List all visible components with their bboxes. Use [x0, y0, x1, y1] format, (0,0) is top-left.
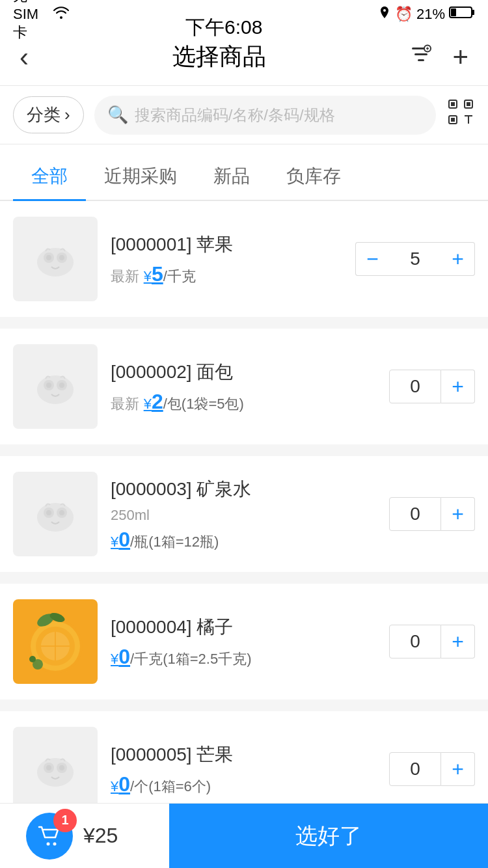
search-placeholder: 搜索商品编码/名称/条码/规格	[135, 105, 335, 126]
cart-total: ¥25	[83, 824, 118, 848]
svg-point-58	[53, 842, 57, 845]
sim-status: 无 SIM 卡	[13, 0, 47, 42]
product-list: [0000001] 苹果 最新 ¥5/千克 − +	[0, 201, 488, 868]
product-info-0000002: [0000002] 面包 最新 ¥2/包(1袋=5包)	[111, 360, 376, 414]
battery-percent: 21%	[416, 6, 445, 23]
filter-icon[interactable]	[409, 43, 433, 72]
product-info-0000003: [0000003] 矿泉水 250ml ¥0/瓶(1箱=12瓶)	[111, 477, 376, 552]
status-bar: 无 SIM 卡 下午6:08 ⏰ 21%	[0, 0, 488, 29]
product-image-0000004	[13, 599, 98, 684]
product-item-0000002: [0000002] 面包 最新 ¥2/包(1袋=5包) +	[0, 329, 488, 444]
product-image-0000001	[13, 217, 98, 301]
tab-bar: 全部 近期采购 新品 负库存	[0, 144, 488, 201]
product-item-0000001: [0000001] 苹果 最新 ¥5/千克 − +	[0, 201, 488, 317]
product-spec: 250ml	[111, 507, 376, 524]
svg-point-57	[47, 842, 50, 845]
svg-point-27	[37, 503, 74, 532]
product-item-0000004: [0000004] 橘子 ¥0/千克(1箱=2.5千克) +	[0, 584, 488, 699]
product-name: [0000002] 面包	[111, 360, 376, 385]
product-price: ¥0/个(1箱=6个)	[111, 772, 376, 796]
svg-rect-12	[451, 102, 455, 106]
product-info-0000005: [0000005] 芒果 ¥0/个(1箱=6个)	[111, 742, 376, 796]
location-icon	[378, 5, 391, 23]
svg-point-25	[46, 383, 51, 388]
svg-point-22	[37, 375, 74, 404]
search-box[interactable]: 🔍 搜索商品编码/名称/条码/规格	[94, 96, 436, 135]
qty-plus-button[interactable]: +	[441, 370, 475, 403]
product-price: ¥0/瓶(1箱=12瓶)	[111, 528, 376, 552]
svg-rect-5	[418, 59, 424, 61]
alarm-icon: ⏰	[395, 6, 413, 23]
qty-control-0000004: +	[389, 625, 475, 658]
svg-point-42	[37, 758, 74, 787]
qty-control-0000001: − +	[355, 242, 475, 276]
qty-control-0000002: +	[389, 370, 475, 403]
svg-rect-4	[414, 53, 427, 55]
svg-point-45	[46, 765, 51, 770]
product-image-0000003	[13, 472, 98, 556]
category-label: 分类	[27, 103, 61, 126]
product-image-0000002	[13, 344, 98, 429]
tab-negative[interactable]: 负库存	[268, 157, 359, 201]
confirm-button[interactable]: 选好了	[169, 804, 488, 868]
tab-all[interactable]: 全部	[13, 157, 86, 201]
wifi-icon	[52, 6, 70, 23]
cart-count: 1	[53, 809, 77, 832]
svg-point-20	[46, 255, 51, 260]
tab-recent[interactable]: 近期采购	[86, 157, 195, 201]
qty-input[interactable]	[389, 752, 441, 786]
svg-point-41	[29, 656, 36, 662]
qty-control-0000003: +	[389, 497, 475, 531]
product-name: [0000001] 苹果	[111, 232, 342, 257]
product-name: [0000005] 芒果	[111, 742, 376, 767]
category-button[interactable]: 分类 ›	[13, 96, 84, 133]
cart-icon[interactable]: 1	[26, 813, 73, 860]
qty-input[interactable]	[389, 625, 441, 658]
cart-area: 1 ¥25	[0, 813, 169, 860]
qty-plus-button[interactable]: +	[441, 497, 475, 531]
qty-plus-button[interactable]: +	[441, 752, 475, 786]
product-price: ¥0/千克(1箱=2.5千克)	[111, 645, 376, 669]
qty-input[interactable]	[389, 242, 441, 276]
product-name: [0000003] 矿泉水	[111, 477, 376, 502]
status-left: 无 SIM 卡	[13, 0, 70, 42]
qty-control-0000005: +	[389, 752, 475, 786]
svg-point-30	[46, 510, 51, 515]
product-item-0000003: [0000003] 矿泉水 250ml ¥0/瓶(1箱=12瓶) +	[0, 456, 488, 572]
status-time: 下午6:08	[185, 14, 262, 41]
svg-rect-1	[472, 10, 474, 15]
product-name: [0000004] 橘子	[111, 615, 376, 640]
qty-input[interactable]	[389, 370, 441, 403]
product-image-0000005	[13, 727, 98, 811]
qty-minus-button[interactable]: −	[355, 242, 389, 276]
qty-input[interactable]	[389, 497, 441, 531]
svg-rect-13	[467, 102, 470, 106]
category-chevron: ›	[64, 105, 70, 125]
product-info-0000004: [0000004] 橘子 ¥0/千克(1箱=2.5千克)	[111, 615, 376, 669]
filter-bar: 分类 › 🔍 搜索商品编码/名称/条码/规格	[0, 86, 488, 144]
tab-new[interactable]: 新品	[195, 157, 268, 201]
svg-point-26	[59, 383, 64, 388]
page-title: 选择商品	[172, 41, 266, 73]
svg-point-31	[59, 510, 64, 515]
battery-icon	[449, 5, 475, 23]
product-price: 最新 ¥2/包(1袋=5包)	[111, 390, 376, 414]
svg-point-17	[37, 248, 74, 277]
scan-icon[interactable]	[446, 98, 475, 132]
bottom-bar: 1 ¥25 选好了	[0, 803, 488, 868]
svg-rect-14	[451, 118, 455, 122]
back-button[interactable]: ‹	[20, 42, 29, 73]
search-icon: 🔍	[107, 105, 128, 125]
qty-plus-button[interactable]: +	[441, 625, 475, 658]
status-right: ⏰ 21%	[378, 5, 475, 23]
product-info-0000001: [0000001] 苹果 最新 ¥5/千克	[111, 232, 342, 286]
svg-rect-2	[451, 8, 456, 16]
nav-actions: +	[409, 42, 468, 73]
svg-point-21	[59, 255, 64, 260]
add-button[interactable]: +	[452, 42, 468, 73]
product-price: 最新 ¥5/千克	[111, 262, 342, 286]
svg-point-46	[59, 765, 64, 770]
qty-plus-button[interactable]: +	[441, 242, 475, 276]
